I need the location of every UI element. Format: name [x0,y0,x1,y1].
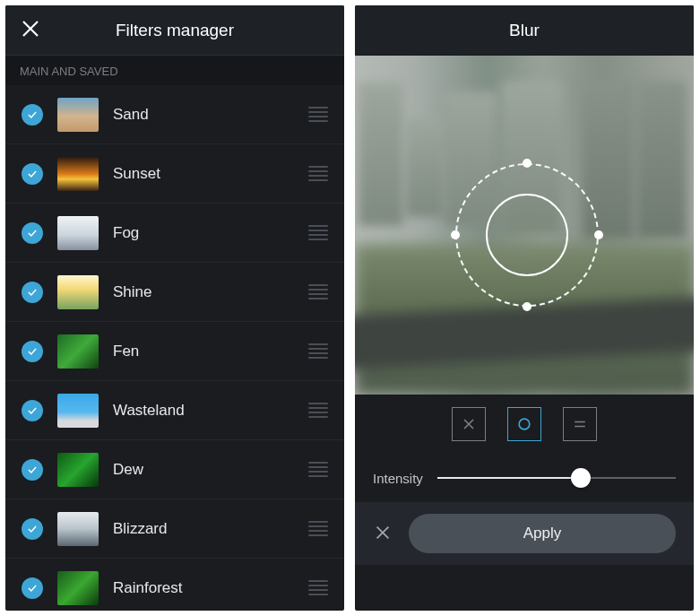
filter-thumbnail [57,394,99,428]
filter-name-label: Fen [113,343,308,360]
drag-handle-icon[interactable] [308,341,328,361]
filter-check-toggle[interactable] [22,518,43,540]
filter-name-label: Blizzard [113,520,308,538]
filter-name-label: Rainforest [113,579,308,597]
blur-focus-ring[interactable] [455,163,599,307]
blur-mode-radial[interactable] [507,407,541,441]
filter-thumbnail [57,98,99,132]
drag-handle-icon[interactable] [308,459,328,480]
focus-handle-right[interactable] [594,230,603,239]
focus-handle-left[interactable] [451,230,460,239]
blur-mode-row [355,395,694,454]
filter-row: Rainforest [5,559,344,611]
filter-name-label: Sand [113,106,308,124]
filter-check-toggle[interactable] [22,104,43,126]
filter-name-label: Dew [113,461,308,479]
filter-row: Blizzard [5,499,344,559]
filter-check-toggle[interactable] [22,341,43,362]
intensity-slider[interactable] [437,467,676,489]
filter-thumbnail [57,157,99,191]
filter-check-toggle[interactable] [22,459,43,481]
filter-check-toggle[interactable] [22,400,43,421]
filter-thumbnail [57,334,99,369]
drag-handle-icon[interactable] [308,222,328,243]
blur-footer: Apply [355,502,694,565]
drag-handle-icon[interactable] [308,282,328,302]
filter-thumbnail [57,571,99,605]
filter-name-label: Wasteland [113,402,308,420]
filters-manager-title: Filters manager [5,21,344,40]
cancel-icon[interactable] [373,523,394,544]
filter-row: Fog [5,204,344,263]
close-icon[interactable] [20,18,45,43]
filter-list: SandSunsetFogShineFenWastelandDewBlizzar… [5,85,344,611]
filter-check-toggle[interactable] [22,222,43,244]
filter-row: Dew [5,440,344,499]
filter-row: Wasteland [5,381,344,440]
intensity-label: Intensity [373,471,423,486]
drag-handle-icon[interactable] [308,400,328,421]
filter-row: Shine [5,263,344,322]
blur-mode-off[interactable] [452,407,486,441]
filter-row: Sand [5,85,344,144]
blur-preview[interactable] [355,56,694,395]
filter-row: Fen [5,322,344,381]
filter-check-toggle[interactable] [22,282,43,303]
filters-manager-header: Filters manager [5,5,344,56]
filter-name-label: Shine [113,283,308,301]
section-label-main-and-saved: MAIN AND SAVED [5,56,344,85]
filter-row: Sunset [5,144,344,204]
svg-point-0 [519,419,530,429]
filter-check-toggle[interactable] [22,577,43,599]
intensity-row: Intensity [355,454,694,502]
blur-mode-linear[interactable] [563,407,597,441]
drag-handle-icon[interactable] [308,518,328,539]
focus-handle-bottom[interactable] [523,302,531,311]
filter-thumbnail [57,453,99,487]
focus-handle-top[interactable] [523,159,531,168]
drag-handle-icon[interactable] [308,104,328,125]
apply-button[interactable]: Apply [409,514,676,553]
blur-panel: Blur Intensity [355,5,694,611]
filter-thumbnail [57,216,99,250]
filter-thumbnail [57,512,99,546]
blur-title: Blur [355,5,694,56]
drag-handle-icon[interactable] [308,163,328,184]
filter-name-label: Sunset [113,165,308,183]
filter-name-label: Fog [113,224,308,242]
filters-manager-panel: Filters manager MAIN AND SAVED SandSunse… [5,5,344,611]
intensity-slider-knob[interactable] [571,468,591,488]
drag-handle-icon[interactable] [308,577,328,598]
filter-check-toggle[interactable] [22,163,43,185]
filter-thumbnail [57,275,99,309]
